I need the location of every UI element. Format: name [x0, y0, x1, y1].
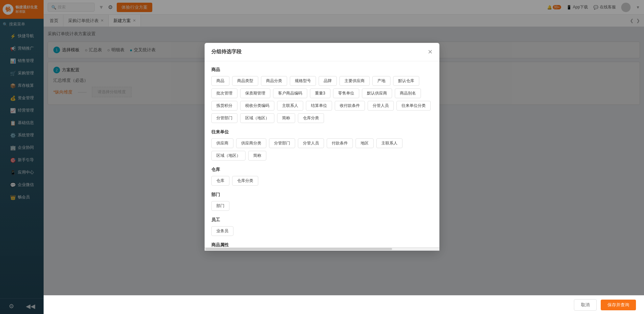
field-tag-goods-6[interactable]: 产地	[372, 76, 390, 86]
field-tag-department-0[interactable]: 部门	[211, 201, 229, 211]
modal-section-partner: 往来单位供应商供应商分类分管部门分管人员付款条件地区主联系人区域（地区）简称	[211, 129, 433, 161]
field-tag-goods-2[interactable]: 商品分类	[261, 76, 287, 86]
field-tag-goods-10[interactable]: 客户商品编码	[273, 88, 307, 98]
field-tag-goods-5[interactable]: 主要供应商	[339, 76, 370, 86]
field-tag-partner-7[interactable]: 区域（地区）	[211, 151, 246, 161]
modal-horizontal-scrollbar[interactable]	[205, 247, 439, 251]
field-tag-goods-25[interactable]: 仓库分类	[298, 113, 324, 123]
field-tag-goods-14[interactable]: 商品别名	[395, 88, 421, 98]
field-tag-warehouse-0[interactable]: 仓库	[211, 176, 229, 186]
field-tags-goods: 商品商品类型商品分类规格型号品牌主要供应商产地默认仓库批次管理保质期管理客户商品…	[211, 76, 433, 123]
modal: 分组待选字段 ✕ 商品商品商品类型商品分类规格型号品牌主要供应商产地默认仓库批次…	[205, 43, 439, 251]
field-tag-partner-6[interactable]: 主联系人	[376, 138, 402, 148]
section-title-partner: 往来单位	[211, 129, 433, 135]
field-tag-goods-17[interactable]: 主联系人	[277, 101, 303, 111]
field-tag-goods-16[interactable]: 税收分类编码	[240, 101, 274, 111]
save-button[interactable]: 保存并查询	[601, 300, 636, 310]
field-tag-employee-0[interactable]: 业务员	[211, 226, 233, 236]
bottom-action-bar: 取消 保存并查询	[44, 295, 644, 314]
cancel-button[interactable]: 取消	[574, 299, 597, 311]
section-title-warehouse: 仓库	[211, 167, 433, 173]
field-tag-partner-4[interactable]: 付款条件	[327, 138, 353, 148]
modal-title: 分组待选字段	[211, 49, 241, 55]
field-tag-goods-24[interactable]: 简称	[277, 113, 295, 123]
field-tags-department: 部门	[211, 201, 433, 211]
section-title-employee: 员工	[211, 217, 433, 223]
section-title-goods-attr: 商品属性	[211, 242, 433, 247]
field-tag-goods-13[interactable]: 默认供应商	[362, 88, 392, 98]
modal-section-employee: 员工业务员	[211, 217, 433, 236]
field-tag-goods-4[interactable]: 品牌	[319, 76, 337, 86]
modal-section-department: 部门部门	[211, 192, 433, 211]
field-tag-goods-1[interactable]: 商品类型	[232, 76, 258, 86]
field-tag-goods-3[interactable]: 规格型号	[290, 76, 316, 86]
field-tag-goods-11[interactable]: 重量3	[310, 88, 330, 98]
field-tag-goods-22[interactable]: 分管部门	[211, 113, 237, 123]
field-tag-partner-3[interactable]: 分管人员	[298, 138, 324, 148]
field-tag-goods-18[interactable]: 结算单位	[306, 101, 332, 111]
field-tag-warehouse-1[interactable]: 仓库分类	[232, 176, 258, 186]
field-tags-employee: 业务员	[211, 226, 433, 236]
field-tag-goods-15[interactable]: 拣货积分	[211, 101, 237, 111]
modal-hscroll-thumb	[205, 248, 392, 250]
modal-section-warehouse: 仓库仓库仓库分类	[211, 167, 433, 186]
modal-section-goods-attr: 商品属性属性颜色多规格尺码鞋码1	[211, 242, 433, 247]
field-tag-goods-23[interactable]: 区域（地区）	[240, 113, 274, 123]
section-title-goods: 商品	[211, 67, 433, 73]
field-tag-goods-8[interactable]: 批次管理	[211, 88, 237, 98]
field-tag-goods-20[interactable]: 分管人员	[368, 101, 394, 111]
field-tag-goods-21[interactable]: 往来单位分类	[396, 101, 431, 111]
field-tag-partner-2[interactable]: 分管部门	[269, 138, 295, 148]
modal-header: 分组待选字段 ✕	[205, 43, 439, 61]
field-tag-goods-0[interactable]: 商品	[211, 76, 229, 86]
modal-section-goods: 商品商品商品类型商品分类规格型号品牌主要供应商产地默认仓库批次管理保质期管理客户…	[211, 67, 433, 123]
field-tags-warehouse: 仓库仓库分类	[211, 176, 433, 186]
field-tag-partner-5[interactable]: 地区	[356, 138, 374, 148]
field-tags-partner: 供应商供应商分类分管部门分管人员付款条件地区主联系人区域（地区）简称	[211, 138, 433, 161]
modal-body: 商品商品商品类型商品分类规格型号品牌主要供应商产地默认仓库批次管理保质期管理客户…	[205, 61, 439, 247]
field-tag-goods-9[interactable]: 保质期管理	[240, 88, 270, 98]
field-tag-partner-8[interactable]: 简称	[248, 151, 266, 161]
field-tag-goods-7[interactable]: 默认仓库	[393, 76, 419, 86]
section-title-department: 部门	[211, 192, 433, 198]
field-tag-goods-12[interactable]: 零售单位	[333, 88, 359, 98]
field-tag-partner-0[interactable]: 供应商	[211, 138, 233, 148]
field-tag-partner-1[interactable]: 供应商分类	[236, 138, 266, 148]
field-tag-goods-19[interactable]: 收付款条件	[335, 101, 365, 111]
modal-close-button[interactable]: ✕	[428, 48, 433, 56]
